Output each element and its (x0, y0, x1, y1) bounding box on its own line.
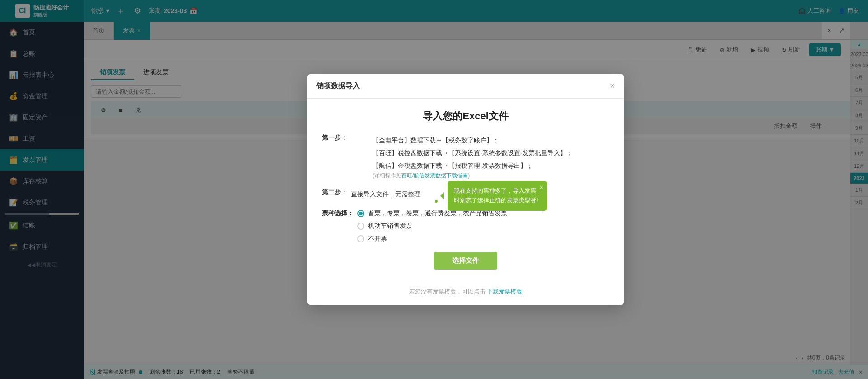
modal-close-btn[interactable]: × (610, 81, 615, 91)
step1-line3: 【航信】金税盘数据下载→【报税管理-发票数据导出】； (373, 159, 573, 172)
step2-label: 第二步： (322, 189, 347, 197)
tooltip-indicator (434, 199, 439, 204)
step1-line2: 【百旺】税控盘数据下载→【系统设置-系统参数设置-发票批量导入】； (373, 147, 573, 159)
download-template-link[interactable]: 下载发票模版 (487, 288, 522, 295)
radio-normal[interactable]: 普票，专票，卷票，通行费发票，农产品销售发票 (357, 209, 507, 218)
radio-normal-circle (357, 210, 364, 217)
modal-main-title: 导入您的Excel文件 (322, 109, 609, 123)
ticket-select-label: 票种选择： (322, 209, 354, 218)
tooltip-close-btn[interactable]: × (540, 184, 543, 191)
select-file-btn[interactable]: 选择文件 (434, 252, 497, 270)
step1-line1: 【全电平台】数据下载→【税务数字账户】； (373, 134, 573, 147)
step1-label: 第一步： (322, 134, 347, 176)
modal-header: 销项数据导入 × (307, 74, 624, 99)
tooltip-text: 现在支持的票种多了，导入发票时别忘了选择正确的发票类型呀! (454, 187, 538, 204)
modal-title: 销项数据导入 (316, 81, 360, 91)
ticket-select-section: 票种选择： 普票，专票，卷票，通行费发票，农产品销售发票 机动车销售发票 不开票 (322, 209, 609, 243)
radio-group: 普票，专票，卷票，通行费发票，农产品销售发票 机动车销售发票 不开票 (357, 209, 507, 243)
radio-motor-circle (357, 223, 364, 230)
step1-link: (详细操作见百旺/航信发票数据下载指南) (373, 172, 573, 180)
radio-noticket[interactable]: 不开票 (357, 235, 507, 243)
step2-text: 直接导入文件，无需整理 (351, 190, 420, 199)
radio-noticket-circle (357, 235, 364, 242)
step1-content: 【全电平台】数据下载→【税务数字账户】； 【百旺】税控盘数据下载→【系统设置-系… (373, 134, 573, 180)
step1-section: 第一步： 【全电平台】数据下载→【税务数字账户】； 【百旺】税控盘数据下载→【系… (322, 134, 609, 180)
radio-motor[interactable]: 机动车销售发票 (357, 222, 507, 230)
tooltip-bubble: × 现在支持的票种多了，导入发票时别忘了选择正确的发票类型呀! (448, 181, 547, 211)
modal-footer: 若您没有发票模版，可以点击 下载发票模版 (307, 288, 624, 305)
download-guide-link[interactable]: 百旺/航信发票数据下载指南 (401, 172, 468, 179)
